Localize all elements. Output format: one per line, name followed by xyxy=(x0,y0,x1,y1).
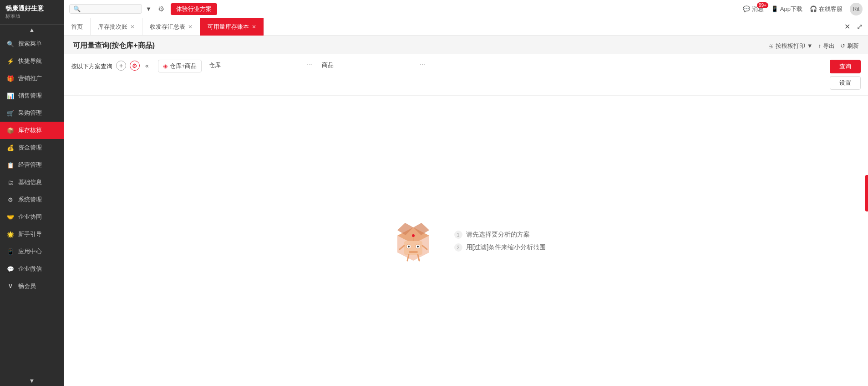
sidebar-item-system[interactable]: ⚙ 系统管理 xyxy=(0,191,64,208)
sidebar-item-shortcut[interactable]: ⚡ 快捷导航 xyxy=(0,52,64,70)
add-scheme-btn[interactable]: + xyxy=(116,61,126,71)
refresh-icon: ↺ xyxy=(840,42,845,49)
sidebar-item-label: 新手引导 xyxy=(18,230,42,238)
tabs-actions: ✕ ⤢ xyxy=(839,21,868,32)
enterprise-icon: 🤝 xyxy=(6,213,15,221)
filter-label: 按以下方案查询 xyxy=(71,61,112,71)
sidebar-item-label: 企业协同 xyxy=(18,213,42,221)
wechat-icon: 💬 xyxy=(6,265,15,273)
tab-available-ledger-close[interactable]: ✕ xyxy=(252,24,256,30)
topbar-right: 💬 消息 99+ 📱 App下载 🎧 在线客服 Rit xyxy=(743,3,863,15)
tab-home[interactable]: 首页 xyxy=(64,18,91,36)
goods-input[interactable] xyxy=(338,62,418,68)
main-content: 🔍 ▼ ⚙ 体验行业方案 💬 消息 99+ 📱 App下载 🎧 在线客服 Rit xyxy=(64,0,868,386)
tab-collect-summary-label: 收发存汇总表 xyxy=(150,23,185,31)
svg-rect-9 xyxy=(409,251,418,253)
print-label: 按模板打印 xyxy=(776,42,805,50)
dropdown-arrow-icon: ▼ xyxy=(146,5,152,12)
goods-input-wrapper[interactable]: ··· xyxy=(336,60,427,70)
step-1-text: 请先选择要分析的方案 xyxy=(466,231,530,239)
industry-btn[interactable]: 体验行业方案 xyxy=(171,3,217,15)
sidebar-item-operations[interactable]: 📋 经营管理 xyxy=(0,156,64,174)
sidebar-item-finance[interactable]: 💰 资金管理 xyxy=(0,139,64,156)
empty-step-1: 1 请先选择要分析的方案 xyxy=(454,231,546,239)
sidebar-scroll-down[interactable]: ▼ xyxy=(0,376,64,386)
search-input[interactable] xyxy=(82,6,138,12)
sidebar-item-marketing[interactable]: 🎁 营销推广 xyxy=(0,70,64,87)
filter-field-warehouse: 仓库 ··· xyxy=(209,60,315,70)
query-btn[interactable]: 查询 xyxy=(830,60,861,73)
scheme-settings-btn[interactable]: ⚙ xyxy=(130,61,140,71)
svg-point-8 xyxy=(417,246,419,247)
tab-available-ledger[interactable]: 可用量库存账本 ✕ xyxy=(200,18,264,36)
sidebar-item-label: 经营管理 xyxy=(18,161,42,169)
sidebar-item-search[interactable]: 🔍 搜索菜单 xyxy=(0,35,64,52)
tab-batch-ledger-close[interactable]: ✕ xyxy=(130,24,135,30)
message-item[interactable]: 💬 消息 99+ xyxy=(743,5,764,13)
topbar-dropdown[interactable]: ▼ xyxy=(146,5,152,12)
step-2-num: 2 xyxy=(454,243,462,252)
content-area: 按以下方案查询 + ⚙ « ⊕ 仓库+商品 仓库 ··· xyxy=(64,54,868,386)
empty-illustration xyxy=(386,214,441,268)
filter-settings-btn[interactable]: 设置 xyxy=(830,76,861,90)
settings-gear-icon[interactable]: ⚙ xyxy=(155,4,167,14)
goods-label: 商品 xyxy=(322,61,334,69)
sidebar-nav: 🔍 搜索菜单 ⚡ 快捷导航 🎁 营销推广 📊 销售管理 🛒 采购管理 📦 库存核… xyxy=(0,35,64,376)
sidebar-item-purchase[interactable]: 🛒 采购管理 xyxy=(0,104,64,122)
service-item[interactable]: 🎧 在线客服 xyxy=(810,5,843,13)
scheme-tag-warehouse-goods[interactable]: ⊕ 仓库+商品 xyxy=(158,60,202,72)
search-icon: 🔍 xyxy=(6,40,15,48)
sidebar-item-sales[interactable]: 📊 销售管理 xyxy=(0,87,64,104)
refresh-btn[interactable]: ↺ 刷新 xyxy=(840,42,859,50)
print-dropdown-icon: ▼ xyxy=(807,42,813,49)
filter-actions: 查询 设置 xyxy=(830,60,861,90)
tab-collect-summary-close[interactable]: ✕ xyxy=(188,24,193,30)
sidebar-item-apps[interactable]: 📱 应用中心 xyxy=(0,243,64,260)
sidebar-item-member[interactable]: V 畅会员 xyxy=(0,278,64,295)
sidebar-item-label: 搜索菜单 xyxy=(18,40,42,48)
sidebar-scroll-up[interactable]: ▲ xyxy=(0,25,64,35)
app-version: 标准版 xyxy=(5,13,58,20)
app-label: App下载 xyxy=(780,5,802,13)
collapse-btn[interactable]: « xyxy=(143,61,151,70)
service-label: 在线客服 xyxy=(819,5,843,13)
export-btn[interactable]: ↑ 导出 xyxy=(818,42,835,50)
goods-more-icon[interactable]: ··· xyxy=(420,61,426,69)
empty-svg xyxy=(386,214,441,268)
system-icon: ⚙ xyxy=(6,196,15,204)
search-icon: 🔍 xyxy=(73,5,81,12)
topbar-search-box[interactable]: 🔍 xyxy=(69,4,142,14)
sidebar-item-label: 应用中心 xyxy=(18,247,42,256)
tab-expand-btn[interactable]: ⤢ xyxy=(855,21,864,32)
tab-batch-ledger[interactable]: 库存批次账 ✕ xyxy=(91,18,142,36)
warehouse-more-icon[interactable]: ··· xyxy=(307,61,313,69)
warehouse-input[interactable] xyxy=(225,62,305,68)
scheme-label: 仓库+商品 xyxy=(170,62,197,70)
tab-collect-summary[interactable]: 收发存汇总表 ✕ xyxy=(142,18,200,36)
step-2-text: 用[过滤]条件来缩小分析范围 xyxy=(466,243,546,252)
export-label: 导出 xyxy=(823,42,835,50)
empty-text-block: 1 请先选择要分析的方案 2 用[过滤]条件来缩小分析范围 xyxy=(454,231,546,252)
app-download-item[interactable]: 📱 App下载 xyxy=(771,5,802,13)
shortcut-icon: ⚡ xyxy=(6,57,15,65)
app-icon: 📱 xyxy=(771,5,778,12)
guide-icon: 🌟 xyxy=(6,230,15,238)
sidebar-item-inventory[interactable]: 📦 库存核算 xyxy=(0,122,64,139)
svg-point-7 xyxy=(408,246,410,247)
print-btn[interactable]: 🖨 按模板打印 ▼ xyxy=(768,42,813,50)
basic-icon: 🗂 xyxy=(6,178,15,186)
print-icon: 🖨 xyxy=(768,42,774,49)
sidebar-item-basic[interactable]: 🗂 基础信息 xyxy=(0,174,64,191)
sales-icon: 📊 xyxy=(6,92,15,100)
user-avatar[interactable]: Rit xyxy=(850,3,863,15)
sidebar-item-label: 系统管理 xyxy=(18,196,42,204)
warehouse-input-wrapper[interactable]: ··· xyxy=(223,60,315,70)
sidebar-item-label: 库存核算 xyxy=(18,126,42,134)
page-header: 可用量查询(按仓库+商品) 🖨 按模板打印 ▼ ↑ 导出 ↺ 刷新 xyxy=(64,36,868,54)
sidebar-item-enterprise[interactable]: 🤝 企业协同 xyxy=(0,208,64,226)
sidebar-item-guide[interactable]: 🌟 新手引导 xyxy=(0,226,64,243)
sidebar-item-wechat[interactable]: 💬 企业微信 xyxy=(0,260,64,278)
tab-close-window-btn[interactable]: ✕ xyxy=(843,21,852,32)
right-scroll-indicator xyxy=(865,175,868,211)
refresh-label: 刷新 xyxy=(847,42,859,50)
